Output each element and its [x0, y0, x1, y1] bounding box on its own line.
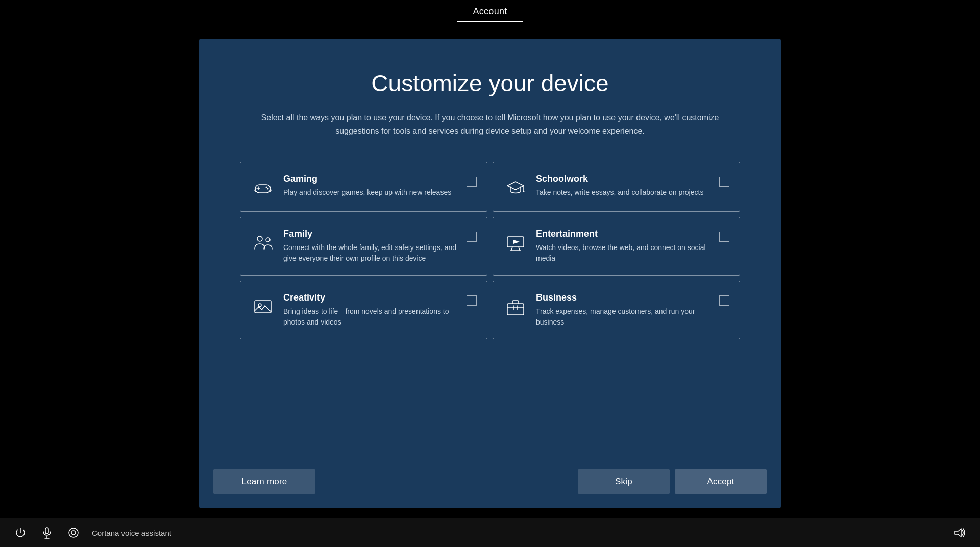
family-desc: Connect with the whole family, edit safe…: [283, 242, 458, 264]
svg-marker-26: [955, 529, 961, 537]
entertainment-checkbox[interactable]: [719, 232, 729, 242]
svg-line-11: [511, 247, 512, 250]
svg-point-9: [266, 238, 270, 242]
entertainment-icon: [503, 231, 528, 255]
business-desc: Track expenses, manage customers, and ru…: [536, 306, 711, 328]
page-title: Customize your device: [371, 69, 608, 97]
schoolwork-card[interactable]: Schoolwork Take notes, write essays, and…: [493, 162, 740, 212]
skip-button[interactable]: Skip: [578, 469, 670, 494]
svg-point-16: [258, 304, 261, 307]
schoolwork-checkbox[interactable]: [719, 177, 729, 187]
business-card-text: Business Track expenses, manage customer…: [536, 292, 711, 328]
gaming-icon: [251, 176, 275, 200]
creativity-title: Creativity: [283, 292, 458, 303]
svg-rect-15: [255, 301, 271, 313]
business-icon: [503, 294, 528, 319]
entertainment-card-text: Entertainment Watch videos, browse the w…: [536, 229, 711, 264]
schoolwork-icon: [503, 176, 528, 200]
svg-point-7: [523, 191, 525, 192]
family-card-text: Family Connect with the whole family, ed…: [283, 229, 458, 264]
business-card[interactable]: Business Track expenses, manage customer…: [493, 281, 740, 339]
action-buttons: Skip Accept: [578, 469, 767, 494]
gaming-desc: Play and discover games, keep up with ne…: [283, 187, 458, 198]
svg-point-24: [69, 528, 78, 537]
content-area: Customize your device Select all the way…: [199, 39, 781, 461]
taskbar: Cortana voice assistant: [0, 518, 980, 547]
schoolwork-card-text: Schoolwork Take notes, write essays, and…: [536, 173, 711, 198]
family-checkbox[interactable]: [467, 232, 477, 242]
gaming-card-text: Gaming Play and discover games, keep up …: [283, 173, 458, 198]
family-icon: [251, 231, 275, 255]
volume-icon[interactable]: [951, 525, 968, 541]
creativity-card[interactable]: Creativity Bring ideas to life—from nove…: [240, 281, 487, 339]
top-bar: Account: [0, 0, 980, 24]
family-card[interactable]: Family Connect with the whole family, ed…: [240, 217, 487, 276]
creativity-desc: Bring ideas to life—from novels and pres…: [283, 306, 458, 328]
svg-point-4: [267, 188, 269, 190]
cortana-icon[interactable]: [65, 525, 82, 541]
svg-marker-14: [513, 240, 520, 244]
svg-rect-17: [507, 304, 524, 315]
page-subtitle: Select all the ways you plan to use your…: [260, 111, 720, 137]
entertainment-card[interactable]: Entertainment Watch videos, browse the w…: [493, 217, 740, 276]
svg-point-3: [266, 187, 267, 188]
business-checkbox[interactable]: [719, 295, 729, 306]
svg-rect-21: [45, 528, 48, 534]
entertainment-title: Entertainment: [536, 229, 711, 239]
svg-marker-5: [507, 182, 524, 190]
entertainment-desc: Watch videos, browse the web, and connec…: [536, 242, 711, 264]
accept-button[interactable]: Accept: [675, 469, 767, 494]
creativity-checkbox[interactable]: [467, 295, 477, 306]
microphone-icon[interactable]: [39, 525, 55, 541]
gaming-checkbox[interactable]: [467, 177, 477, 187]
learn-more-button[interactable]: Learn more: [213, 469, 315, 494]
gaming-card[interactable]: Gaming Play and discover games, keep up …: [240, 162, 487, 212]
main-window: Customize your device Select all the way…: [199, 39, 781, 508]
schoolwork-desc: Take notes, write essays, and collaborat…: [536, 187, 711, 198]
cards-grid: Gaming Play and discover games, keep up …: [240, 162, 740, 339]
gaming-title: Gaming: [283, 173, 458, 184]
schoolwork-title: Schoolwork: [536, 173, 711, 184]
power-icon[interactable]: [12, 525, 29, 541]
bottom-bar: Learn more Skip Accept: [199, 461, 781, 508]
svg-point-25: [71, 531, 76, 535]
svg-line-12: [519, 247, 520, 250]
account-tab[interactable]: Account: [457, 0, 522, 22]
family-title: Family: [283, 229, 458, 239]
cortana-label: Cortana voice assistant: [92, 529, 941, 537]
creativity-card-text: Creativity Bring ideas to life—from nove…: [283, 292, 458, 328]
business-title: Business: [536, 292, 711, 303]
svg-point-8: [257, 236, 262, 241]
creativity-icon: [251, 294, 275, 319]
